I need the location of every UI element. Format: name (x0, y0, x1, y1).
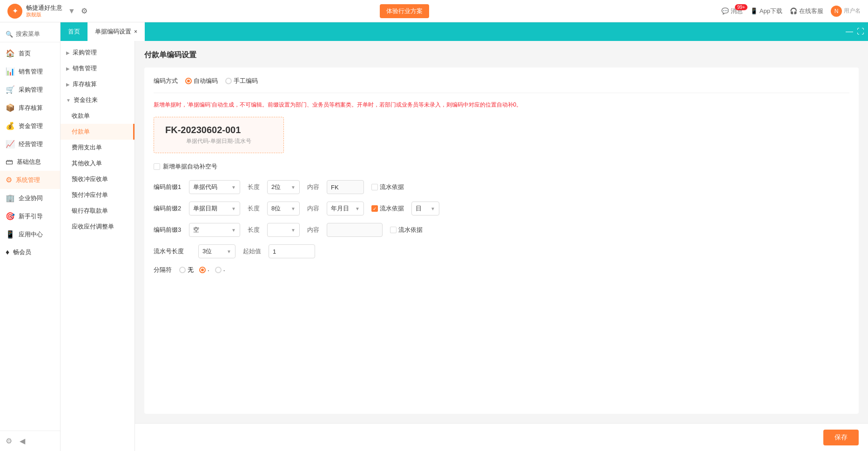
sidebar-item-base[interactable]: 🗃 基础信息 (0, 153, 60, 171)
length2-label: 长度 (248, 204, 260, 213)
sidebar-item-company[interactable]: 🏢 企业协同 (0, 189, 60, 207)
nav-group-finance[interactable]: ▼ 资金往来 (61, 92, 135, 108)
split-panel: ▶ 采购管理 ▶ 销售管理 ▶ 库存核算 ▼ 资金往来 收款单 (61, 41, 868, 451)
sales-icon: 📊 (6, 67, 15, 76)
bottom-bar: 保存 (135, 423, 868, 451)
tab-close-icon[interactable]: × (134, 28, 137, 35)
search-icon: 🔍 (6, 31, 13, 38)
sidebar-settings-icon[interactable]: ⚙ (6, 437, 12, 445)
app-download-btn[interactable]: 📱 App下载 (750, 7, 782, 15)
stream3-checkbox[interactable]: 流水依据 (390, 226, 423, 234)
apps-icon: 📱 (6, 230, 15, 239)
sidebar-search[interactable]: 🔍 搜索菜单 (0, 26, 60, 42)
sidebar-item-guide[interactable]: 🎯 新手引导 (0, 207, 60, 225)
home-icon: 🏠 (6, 49, 15, 58)
nav-arrow-inventory: ▶ (66, 82, 70, 87)
separator-row: 分隔符 无 · (154, 266, 849, 274)
user-area[interactable]: N 用户名 (831, 6, 861, 17)
prefix1-label: 编码前缀1 (154, 183, 182, 191)
topbar-left: ✦ 畅捷通好生意 旗舰版 ▼ ⚙ (7, 4, 87, 19)
length1-arrow-icon: ▼ (291, 185, 296, 190)
stream2-check-icon: ✓ (371, 205, 378, 212)
length3-arrow-icon: ▼ (291, 228, 296, 233)
page-title: 付款单编码设置 (144, 50, 859, 60)
start-value-input[interactable] (269, 244, 315, 258)
inventory-icon: 📦 (6, 103, 15, 112)
sidebar-item-finance[interactable]: 💰 资金管理 (0, 117, 60, 135)
sidebar-item-inventory[interactable]: 📦 库存核算 (0, 99, 60, 117)
stream1-check-icon (371, 184, 378, 190)
auto-encode-radio[interactable]: 自动编码 (185, 77, 218, 85)
company-icon: 🏢 (6, 194, 15, 202)
prefix3-select[interactable]: 空 ▼ (189, 223, 240, 237)
msg-icon: 💬 (721, 7, 729, 14)
stream2-checkbox[interactable]: ✓ 流水依据 (371, 204, 404, 213)
code-preview-box: FK-20230602-001 单据代码-单据日期-流水号 (154, 117, 284, 153)
sep-dot-radio[interactable]: · (199, 267, 209, 274)
content3-label: 内容 (307, 226, 319, 234)
vip-icon: ♦ (6, 248, 9, 256)
trial-btn[interactable]: 体验行业方案 (380, 4, 429, 18)
separator-options: 无 · · (179, 266, 225, 274)
save-button[interactable]: 保存 (823, 430, 859, 445)
online-service-btn[interactable]: 🎧 在线客服 (790, 7, 823, 15)
stream2-unit-select[interactable]: 日 ▼ (411, 202, 439, 215)
nav-item-adjust[interactable]: 应收应付调整单 (61, 219, 135, 235)
topbar-gear-icon[interactable]: ⚙ (81, 7, 87, 15)
topbar-center: 体验行业方案 (380, 4, 429, 18)
tab-home[interactable]: 首页 (61, 22, 87, 41)
tab-minimize-icon[interactable]: — (846, 27, 853, 36)
nav-item-other-income[interactable]: 其他收入单 (61, 155, 135, 171)
sidebar-item-vip[interactable]: ♦ 畅会员 (0, 243, 60, 261)
stream-length-select[interactable]: 3位 ▼ (198, 244, 236, 258)
content-area: 首页 单据编码设置 × — ⛶ ▶ 采购管理 ▶ 销售管理 (61, 22, 868, 451)
nav-group-sales[interactable]: ▶ 销售管理 (61, 61, 135, 76)
system-icon: ⚙ (6, 175, 12, 184)
separator-label: 分隔符 (154, 266, 172, 274)
dropdown-arrow-icon[interactable]: ▼ (68, 7, 75, 15)
code-preview-sub: 单据代码-单据日期-流水号 (165, 137, 272, 145)
sidebar-item-operations[interactable]: 📈 经营管理 (0, 135, 60, 153)
nav-item-bank[interactable]: 银行存取款单 (61, 203, 135, 219)
prefix2-label: 编码前缀2 (154, 204, 182, 213)
sidebar-item-home[interactable]: 🏠 首页 (0, 44, 60, 62)
prefix2-select[interactable]: 单据日期 ▼ (189, 202, 240, 215)
encode-type-label: 编码方式 (154, 77, 178, 85)
nav-group-purchase[interactable]: ▶ 采购管理 (61, 45, 135, 61)
nav-group-inventory[interactable]: ▶ 库存核算 (61, 76, 135, 92)
sep-dot-dot (199, 267, 206, 273)
sidebar-item-system[interactable]: ⚙ 系统管理 (0, 171, 60, 189)
manual-encode-radio[interactable]: 手工编码 (225, 77, 258, 85)
prefix2-row: 编码前缀2 单据日期 ▼ 长度 8位 ▼ 内容 (154, 202, 849, 215)
msg-btn[interactable]: 💬 消息 99+ (721, 7, 743, 15)
stream1-checkbox[interactable]: 流水依据 (371, 183, 404, 191)
purchase-icon: 🛒 (6, 85, 15, 94)
base-icon: 🗃 (6, 158, 13, 166)
sidebar-item-sales[interactable]: 📊 销售管理 (0, 62, 60, 81)
tabs-bar: 首页 单据编码设置 × — ⛶ (61, 22, 868, 41)
sep-dash-radio[interactable]: · (215, 267, 225, 274)
nav-item-receipt[interactable]: 收款单 (61, 108, 135, 124)
topbar-right: 💬 消息 99+ 📱 App下载 🎧 在线客服 N 用户名 (721, 6, 861, 17)
prefix1-select[interactable]: 单据代码 ▼ (189, 180, 240, 194)
sidebar-collapse-icon[interactable]: ◀ (20, 437, 25, 445)
tab-encoding[interactable]: 单据编码设置 × (87, 22, 145, 41)
sidebar-item-apps[interactable]: 📱 应用中心 (0, 225, 60, 243)
auto-fill-checkbox[interactable] (154, 163, 160, 170)
length1-select[interactable]: 2位 ▼ (267, 180, 300, 194)
nav-item-expense[interactable]: 费用支出单 (61, 140, 135, 155)
nav-item-pre-pay[interactable]: 预付冲应付单 (61, 187, 135, 203)
length2-select[interactable]: 8位 ▼ (267, 202, 300, 215)
length3-select[interactable]: ▼ (267, 223, 300, 237)
content2-select[interactable]: 年月日 ▼ (327, 202, 364, 215)
nav-item-payment[interactable]: 付款单 (61, 124, 135, 140)
sep-none-radio[interactable]: 无 (179, 266, 194, 274)
content1-label: 内容 (307, 183, 319, 191)
sidebar-item-purchase[interactable]: 🛒 采购管理 (0, 81, 60, 99)
topbar: ✦ 畅捷通好生意 旗舰版 ▼ ⚙ 体验行业方案 💬 消息 99+ 📱 App下载… (0, 0, 868, 22)
nav-item-pre-receive[interactable]: 预收冲应收单 (61, 171, 135, 187)
manual-encode-dot (225, 78, 232, 84)
sep-dash-dot (215, 267, 222, 273)
tabs-right: — ⛶ (842, 22, 868, 41)
tab-expand-icon[interactable]: ⛶ (857, 27, 864, 36)
